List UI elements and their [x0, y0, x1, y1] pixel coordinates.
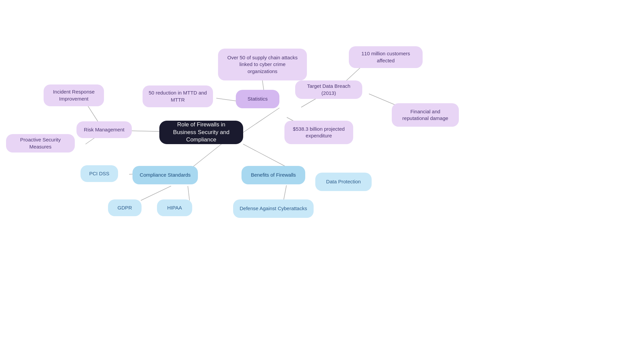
svg-line-13 [141, 186, 171, 200]
hipaa-node: HIPAA [157, 199, 192, 216]
pci-dss-node: PCI DSS [80, 165, 118, 182]
svg-line-2 [192, 144, 221, 168]
risk-management-node: Risk Management [76, 121, 132, 138]
data-protection-node: Data Protection [315, 173, 372, 191]
svg-line-0 [243, 108, 279, 132]
gdpr-node: GDPR [108, 199, 142, 216]
statistics-node: Statistics [236, 90, 279, 108]
defense-attacks-node: Defense Against Cyberattacks [233, 199, 314, 218]
incident-response-node: Incident Response Improvement [44, 84, 104, 106]
customers-node: 110 million customers affected [349, 46, 423, 68]
benefits-firewalls-node: Benefits of Firewalls [241, 166, 305, 184]
compliance-standards-node: Compliance Standards [132, 166, 198, 184]
svg-line-16 [283, 185, 286, 201]
target-breach-node: Target Data Breach (2013) [295, 80, 362, 99]
expenditure-node: $538.3 billion projected expenditure [284, 121, 353, 144]
svg-line-14 [188, 186, 190, 200]
svg-line-3 [243, 144, 286, 167]
financial-damage-node: Financial and reputational damage [392, 103, 459, 127]
center-node: Role of Firewalls in Business Security a… [159, 121, 243, 144]
supply-chain-node: Over 50 of supply chain attacks linked t… [218, 49, 307, 80]
proactive-security-node: Proactive Security Measures [6, 134, 75, 153]
reduction-node: 50 reduction in MTTD and MTTR [143, 85, 213, 107]
